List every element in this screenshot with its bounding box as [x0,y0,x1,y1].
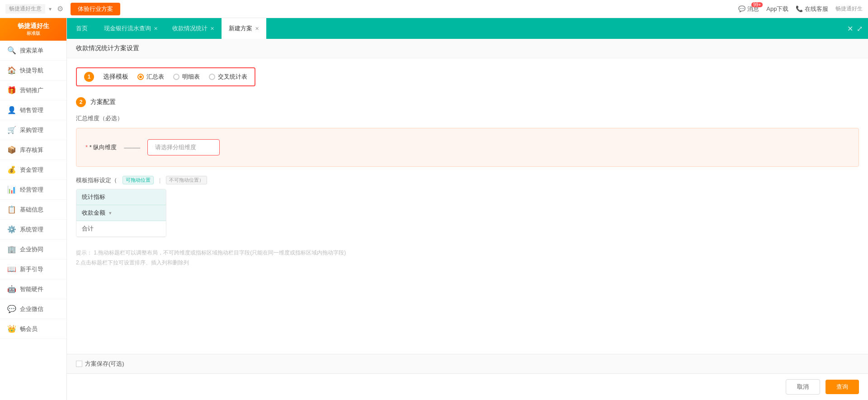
sidebar-label: 经营管理 [20,186,43,194]
dimension-arrow: —— [124,143,140,152]
app-download-btn[interactable]: App下载 [766,5,788,13]
radio-cross[interactable]: 交叉统计表 [209,73,247,81]
sidebar-item-finance[interactable]: 💰 资金管理 [0,160,66,180]
sidebar-item-member[interactable]: 👑 畅会员 [0,319,66,339]
cancel-button[interactable]: 取消 [786,379,820,395]
wechat-icon: 💬 [7,305,16,313]
template-select-box: 1 选择模板 汇总表 明细表 [76,67,255,86]
sidebar-item-smart-hw[interactable]: 🤖 智能硬件 [0,279,66,299]
step1-title: 选择模板 [103,73,128,81]
sidebar-label: 企业协同 [20,245,43,254]
purchase-icon: 🛒 [7,126,16,134]
online-support-btn[interactable]: 📞 在线客服 [796,5,828,13]
tab-bank-flow[interactable]: 现金银行流水查询 ✕ [97,18,165,39]
radio-detail[interactable]: 明细表 [173,73,200,81]
save-option-label[interactable]: 方案保存(可选) [76,360,124,368]
radio-summary[interactable]: 汇总表 [137,73,164,81]
sidebar-label: 库存核算 [20,146,43,154]
tab-bar: 首页 现金银行流水查询 ✕ 收款情况统计 ✕ 新建方案 ✕ ✕ ⤢ [67,18,868,39]
sidebar-item-basic-info[interactable]: 📋 基础信息 [0,200,66,220]
smart-hw-icon: 🤖 [7,285,16,293]
radio-summary-label: 汇总表 [146,73,164,81]
indicator-tag-draggable: 可拖动位置 [123,176,154,184]
system-icon: ⚙️ [7,225,16,234]
dimension-section-title: 汇总维度（必选） [76,114,859,122]
stats-table-col-header[interactable]: 收款金额 ▾ [76,205,166,221]
tab-close-new-plan[interactable]: ✕ [255,26,259,32]
tab-close-bank-flow[interactable]: ✕ [154,26,158,32]
sidebar-label: 企业微信 [20,305,43,313]
tab-bank-flow-label: 现金银行流水查询 [104,24,151,33]
indicator-tag-fixed: 不可拖动位置） [166,176,207,184]
trial-button[interactable]: 体验行业方案 [71,3,120,15]
finance-icon: 💰 [7,165,16,174]
sidebar-item-purchase[interactable]: 🛒 采购管理 [0,120,66,140]
breadcrumb-dropdown[interactable]: ▾ [49,6,52,12]
stats-table-header: 统计指标 [76,189,166,205]
enterprise-icon: 🏢 [7,245,16,254]
action-bar: 取消 查询 [67,373,868,400]
sidebar-item-sales[interactable]: 👤 销售管理 [0,100,66,120]
save-option-checkbox[interactable] [76,361,82,367]
step1-header: 1 选择模板 汇总表 明细表 [76,67,859,86]
tab-new-plan[interactable]: 新建方案 ✕ [222,18,266,39]
sidebar-item-enterprise-wechat[interactable]: 💬 企业微信 [0,299,66,319]
query-button[interactable]: 查询 [826,380,859,394]
bottom-bar: 方案保存(可选) [67,354,868,373]
sidebar-item-enterprise-coop[interactable]: 🏢 企业协同 [0,240,66,259]
tab-receipt-stats[interactable]: 收款情况统计 ✕ [165,18,222,39]
tab-receipt-stats-label: 收款情况统计 [172,24,208,33]
gift-icon: 🎁 [7,86,16,94]
step1-number: 1 [84,72,94,82]
sidebar-item-guide[interactable]: 📖 新手引导 [0,259,66,279]
tab-expand-icon[interactable]: ⤢ [857,24,863,33]
sidebar-item-system[interactable]: ⚙️ 系统管理 [0,220,66,240]
header-right: 💬 消息 99+ App下载 📞 在线客服 畅捷通好生 [738,5,863,13]
sidebar-label: 采购管理 [20,126,43,134]
indicator-separator: | [159,177,160,184]
dimension-row-label: * * 纵向维度 [85,143,117,151]
dimension-area: * * 纵向维度 —— 请选择分组维度 [76,128,859,167]
tip-line-1: 提示： 1.拖动标题栏可以调整布局，不可跨维度或指标区域拖动栏目字段(只能在同一… [76,248,859,258]
notification-btn[interactable]: 💬 消息 99+ [738,5,759,13]
indicator-header: 模板指标设定（ 可拖动位置 | 不可拖动位置） [76,176,859,184]
template-radio-group: 汇总表 明细表 交叉统计表 [137,73,247,81]
sidebar-label: 智能硬件 [20,285,43,293]
content-area: 首页 现金银行流水查询 ✕ 收款情况统计 ✕ 新建方案 ✕ ✕ ⤢ 收款情况统计… [67,18,868,400]
sales-icon: 👤 [7,106,16,114]
user-name[interactable]: 畅捷通好生 [835,5,863,13]
tab-home[interactable]: 首页 [67,18,97,39]
dimension-required-star: * [85,144,90,151]
sidebar-label: 新手引导 [20,265,43,273]
step2-number: 2 [76,97,86,107]
main-layout: 畅捷通好生 标准版 🔍 搜索菜单 🏠 快捷导航 🎁 营销推广 👤 销售管理 🛒 … [0,18,868,400]
sidebar-item-marketing[interactable]: 🎁 营销推广 [0,80,66,100]
save-option-text: 方案保存(可选) [85,360,124,368]
indicator-settings: 模板指标设定（ 可拖动位置 | 不可拖动位置） 统计指标 收款金额 [76,176,859,239]
step2-header: 2 方案配置 [76,97,859,107]
sidebar-item-search-menu[interactable]: 🔍 搜索菜单 [0,41,66,61]
stats-table-row: 合计 [76,221,166,237]
basic-info-icon: 📋 [7,205,16,214]
config-section: 汇总维度（必选） * * 纵向维度 —— 请选择分组维度 [76,114,859,239]
form-container: 1 选择模板 汇总表 明细表 [67,58,868,354]
sidebar-item-inventory[interactable]: 📦 库存核算 [0,140,66,160]
tab-close-receipt-stats[interactable]: ✕ [210,26,214,32]
logo-sub: 标准版 [27,30,40,37]
notification-count: 99+ [751,2,763,7]
dimension-select-btn[interactable]: 请选择分组维度 [147,139,220,155]
stats-col-label: 收款金额 [82,209,105,217]
sidebar-label: 搜索菜单 [20,47,43,55]
tip-section: 提示： 1.拖动标题栏可以调整布局，不可跨维度或指标区域拖动栏目字段(只能在同一… [76,248,859,268]
settings-icon[interactable]: ⚙ [57,5,63,13]
col-dropdown-icon[interactable]: ▾ [109,210,112,216]
tab-home-label: 首页 [76,24,88,33]
sidebar-label: 快捷导航 [20,66,43,75]
sidebar-item-operation[interactable]: 📊 经营管理 [0,180,66,200]
radio-detail-circle [173,74,179,80]
sidebar-item-quick-nav[interactable]: 🏠 快捷导航 [0,61,66,80]
tab-bar-actions: ✕ ⤢ [847,24,863,33]
dimension-row-text: * 纵向维度 [90,144,117,151]
tab-close-all-icon[interactable]: ✕ [847,24,853,33]
breadcrumb: 畅捷通好生意 [5,4,45,14]
